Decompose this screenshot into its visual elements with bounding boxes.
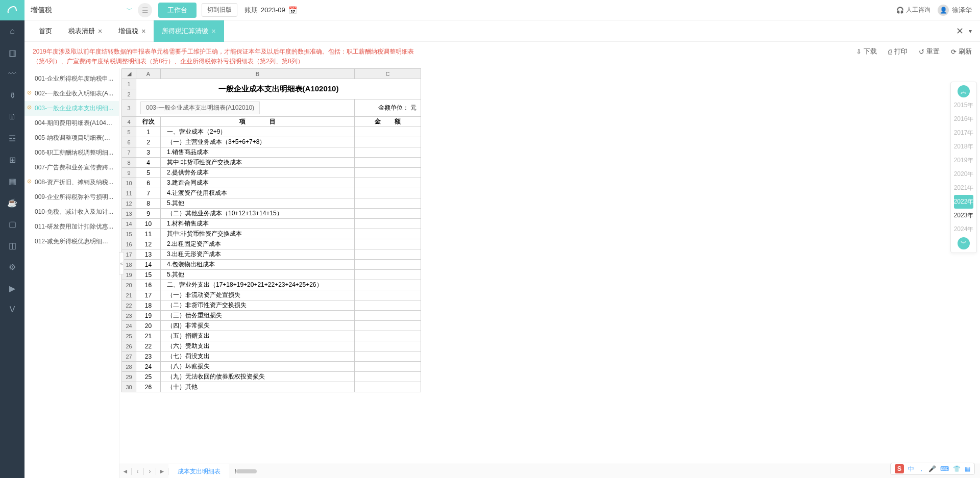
period-value[interactable]: 2023-09: [261, 6, 285, 14]
cell-amt[interactable]: [355, 270, 421, 280]
form-item-1[interactable]: 002-一般企业收入明细表(A...: [24, 86, 119, 101]
year-2021年[interactable]: 2021年: [954, 181, 974, 195]
ime-skin-icon[interactable]: 👕: [953, 465, 961, 472]
tab-dropdown-icon[interactable]: ▾: [967, 28, 974, 35]
cell-amt[interactable]: [355, 168, 421, 178]
nav-v-icon[interactable]: V: [7, 304, 18, 315]
cell-seq[interactable]: 11: [136, 229, 161, 239]
cell-seq[interactable]: 19: [136, 311, 161, 321]
collapse-handle[interactable]: «: [119, 252, 124, 274]
cell-amt[interactable]: [355, 127, 421, 137]
switch-old-button[interactable]: 切到旧版: [202, 3, 237, 17]
sheet-nav-first[interactable]: ◄: [119, 468, 132, 475]
sheet-nav-last[interactable]: ►: [156, 468, 168, 475]
cell-seq[interactable]: 3: [136, 147, 161, 158]
nav-doc-icon[interactable]: 🗎: [7, 111, 18, 122]
cell-seq[interactable]: 21: [136, 331, 161, 341]
cell-amt[interactable]: [355, 147, 421, 158]
form-item-10[interactable]: 011-研发费用加计扣除优惠...: [24, 219, 119, 234]
cell-amt[interactable]: [355, 321, 421, 331]
workbench-button[interactable]: 工作台: [158, 3, 197, 18]
nav-calc-icon[interactable]: ▦: [7, 175, 18, 187]
cell-item[interactable]: 5.其他: [161, 198, 355, 209]
cell-amt[interactable]: [355, 362, 421, 372]
year-2023年[interactable]: 2023年: [954, 209, 974, 222]
cell-item[interactable]: 其中:非货币性资产交换成本: [161, 229, 355, 239]
cell-item[interactable]: 5.其他: [161, 270, 355, 280]
cell-seq[interactable]: 4: [136, 158, 161, 168]
refresh-button[interactable]: ⟳刷新: [951, 47, 972, 56]
year-2016年[interactable]: 2016年: [954, 112, 974, 126]
close-all-tabs[interactable]: ✕: [953, 26, 967, 37]
cell-amt[interactable]: [355, 331, 421, 341]
sheet-nav-next[interactable]: ›: [144, 468, 156, 475]
cell-item[interactable]: （一）主营业务成本（3+5+6+7+8）: [161, 137, 355, 147]
cell-item[interactable]: （二）其他业务成本（10+12+13+14+15）: [161, 209, 355, 219]
ime-lang[interactable]: 中: [908, 465, 914, 473]
cell-item[interactable]: 1.销售商品成本: [161, 147, 355, 158]
corner-cell[interactable]: ◢: [122, 69, 136, 79]
cell-seq[interactable]: 1: [136, 127, 161, 137]
cell-item[interactable]: 4.让渡资产使用权成本: [161, 188, 355, 198]
cell-amt[interactable]: [355, 372, 421, 382]
reset-button[interactable]: ↺重置: [919, 47, 940, 56]
cell-item[interactable]: （九）无法收回的债券股权投资损失: [161, 372, 355, 382]
cell-amt[interactable]: [355, 219, 421, 229]
cell-seq[interactable]: 5: [136, 168, 161, 178]
cell-seq[interactable]: 20: [136, 321, 161, 331]
cell-amt[interactable]: [355, 239, 421, 249]
cell-seq[interactable]: 7: [136, 188, 161, 198]
form-item-8[interactable]: 009-企业所得税弥补亏损明...: [24, 190, 119, 205]
cell-item[interactable]: 一、营业成本（2+9）: [161, 127, 355, 137]
cell-amt[interactable]: [355, 229, 421, 239]
cell-seq[interactable]: 9: [136, 209, 161, 219]
doc-icon-button[interactable]: ☰: [138, 3, 152, 17]
cell-seq[interactable]: 10: [136, 219, 161, 229]
cell-item[interactable]: （六）赞助支出: [161, 341, 355, 351]
close-icon[interactable]: ×: [141, 20, 145, 42]
nav-home-icon[interactable]: ⌂: [7, 26, 18, 37]
cell-item[interactable]: （三）债务重组损失: [161, 311, 355, 321]
calendar-icon[interactable]: 📅: [288, 6, 297, 14]
tab-2[interactable]: 增值税×: [110, 20, 154, 42]
nav-fund-icon[interactable]: ⚱: [7, 90, 18, 101]
cell-amt[interactable]: [355, 300, 421, 311]
cell-amt[interactable]: [355, 158, 421, 168]
nav-form-icon[interactable]: ☲: [7, 133, 18, 144]
cell-seq[interactable]: 22: [136, 341, 161, 351]
cell-seq[interactable]: 17: [136, 290, 161, 300]
sheet-nav-prev[interactable]: ‹: [132, 468, 144, 475]
cell-item[interactable]: 4.包装物出租成本: [161, 260, 355, 270]
sheet-tab[interactable]: 成本支出明细表: [168, 464, 230, 479]
year-2018年[interactable]: 2018年: [954, 140, 974, 154]
form-item-3[interactable]: 004-期间费用明细表(A1040...: [24, 116, 119, 131]
nav-settings-icon[interactable]: ⚙: [7, 261, 18, 272]
year-2020年[interactable]: 2020年: [954, 167, 974, 181]
download-button[interactable]: ⇩下载: [856, 47, 877, 56]
col-header-c[interactable]: C: [355, 69, 421, 79]
cell-amt[interactable]: [355, 249, 421, 260]
nav-ledger-icon[interactable]: ▥: [7, 47, 18, 58]
nav-report-icon[interactable]: 〰: [7, 68, 18, 80]
cell-amt[interactable]: [355, 280, 421, 290]
h-scrollbar[interactable]: ⁞: [230, 468, 980, 475]
cell-item[interactable]: （二）非货币性资产交换损失: [161, 300, 355, 311]
form-item-4[interactable]: 005-纳税调整项目明细表(A1...: [24, 131, 119, 145]
cell-amt[interactable]: [355, 137, 421, 147]
cell-item[interactable]: （五）捐赠支出: [161, 331, 355, 341]
tab-3[interactable]: 所得税汇算清缴×: [154, 20, 224, 42]
nav-archive-icon[interactable]: ▢: [7, 218, 18, 230]
ime-logo-icon[interactable]: S: [895, 464, 904, 473]
cell-item[interactable]: （十）其他: [161, 382, 355, 392]
form-item-6[interactable]: 007-广告费和业务宣传费跨...: [24, 160, 119, 175]
cell-seq[interactable]: 18: [136, 300, 161, 311]
ime-mic-icon[interactable]: 🎤: [928, 465, 936, 472]
tab-1[interactable]: 税表清册×: [60, 20, 110, 42]
year-2024年[interactable]: 2024年: [954, 222, 974, 236]
cell-amt[interactable]: [355, 382, 421, 392]
close-icon[interactable]: ×: [211, 20, 215, 42]
cell-item[interactable]: 2.出租固定资产成本: [161, 239, 355, 249]
cell-seq[interactable]: 6: [136, 178, 161, 188]
print-button[interactable]: ⎙打印: [888, 47, 908, 56]
form-item-9[interactable]: 010-免税、减计收入及加计...: [24, 205, 119, 219]
